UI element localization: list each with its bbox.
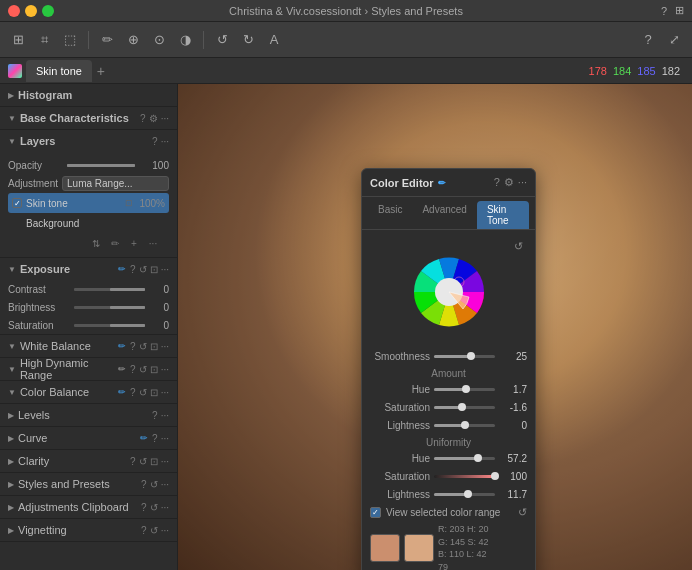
view-color-range-checkbox[interactable]: ✓ [370,507,381,518]
uni-hue-slider[interactable] [434,457,495,460]
uni-lightness-slider[interactable] [434,493,495,496]
vignetting-header[interactable]: ▶ Vignetting ? ↺ ··· [0,519,177,541]
adj-clipboard-header[interactable]: ▶ Adjustments Clipboard ? ↺ ··· [0,496,177,518]
more-icon3[interactable]: ··· [161,264,169,275]
move-icon[interactable]: ⇅ [88,235,104,251]
question-icon11[interactable]: ? [141,502,147,513]
rotate-right-icon[interactable]: ↻ [238,30,258,50]
uni-saturation-slider[interactable] [434,475,495,478]
more-layer-icon[interactable]: ··· [145,235,161,251]
fullscreen-button[interactable] [42,5,54,17]
wheel-refresh-icon[interactable]: ↺ [514,240,523,253]
tab-skin-tone-ce[interactable]: Skin Tone [477,201,529,229]
more-icon2[interactable]: ··· [161,136,169,147]
more-icon10[interactable]: ··· [161,479,169,490]
brush-layer-icon[interactable]: ✏ [107,235,123,251]
question-icon7[interactable]: ? [152,410,158,421]
more-icon12[interactable]: ··· [161,525,169,536]
select-icon[interactable]: ⬚ [60,30,80,50]
copy-icon3[interactable]: ⊡ [150,364,158,375]
smoothness-slider[interactable] [434,355,495,358]
lightness-slider[interactable] [434,424,495,427]
tab-skin-tone[interactable]: Skin tone [26,60,92,82]
add-layer-icon[interactable]: + [126,235,142,251]
exposure-header[interactable]: ▼ Exposure ✏ ? ↺ ⊡ ··· [0,258,177,280]
styles-header[interactable]: ▶ Styles and Presets ? ↺ ··· [0,473,177,495]
histogram-header[interactable]: ▶ Histogram [0,84,177,106]
brush-icon[interactable]: ✏ [97,30,117,50]
reset-icon5[interactable]: ↺ [139,456,147,467]
question-icon10[interactable]: ? [141,479,147,490]
ce-more-icon[interactable]: ··· [518,176,527,189]
gradient-icon[interactable]: ◑ [175,30,195,50]
range-refresh-icon[interactable]: ↺ [518,506,527,519]
reset-icon6[interactable]: ↺ [150,479,158,490]
adjustment-dropdown[interactable]: Luma Range... [62,176,169,191]
ce-settings-icon[interactable]: ⚙ [504,176,514,189]
levels-header[interactable]: ▶ Levels ? ··· [0,404,177,426]
saturation-slider[interactable] [74,324,145,327]
question-icon9[interactable]: ? [130,456,136,467]
minimize-button[interactable] [25,5,37,17]
rotate-left-icon[interactable]: ↺ [212,30,232,50]
question-icon5[interactable]: ? [130,364,136,375]
close-button[interactable] [8,5,20,17]
question-icon6[interactable]: ? [130,387,136,398]
reset-icon4[interactable]: ↺ [139,387,147,398]
expand-icon[interactable]: ⊞ [675,4,684,17]
hdr-header[interactable]: ▼ High Dynamic Range ✏ ? ↺ ⊡ ··· [0,358,177,380]
more-icon11[interactable]: ··· [161,502,169,513]
question-icon12[interactable]: ? [141,525,147,536]
settings-icon[interactable]: ⚙ [149,113,158,124]
saturation-slider-ce[interactable] [434,406,495,409]
reset-icon2[interactable]: ↺ [139,341,147,352]
tab-basic[interactable]: Basic [368,201,412,229]
layers-header[interactable]: ▼ Layers ? ··· [0,130,177,152]
more-icon5[interactable]: ··· [161,364,169,375]
reset-icon[interactable]: ↺ [139,264,147,275]
tab-advanced[interactable]: Advanced [412,201,476,229]
more-icon4[interactable]: ··· [161,341,169,352]
clarity-header[interactable]: ▶ Clarity ? ↺ ⊡ ··· [0,450,177,472]
brightness-slider[interactable] [74,306,145,309]
question-icon4[interactable]: ? [130,341,136,352]
copy-icon[interactable]: ⊡ [150,264,158,275]
reset-icon7[interactable]: ↺ [150,502,158,513]
more-icon6[interactable]: ··· [161,387,169,398]
tab-add-button[interactable]: + [92,62,110,80]
hue-slider[interactable] [434,388,495,391]
reset-icon3[interactable]: ↺ [139,364,147,375]
ce-help-icon[interactable]: ? [494,176,500,189]
base-char-header[interactable]: ▼ Base Characteristics ? ⚙ ··· [0,107,177,129]
question-icon[interactable]: ? [140,113,146,124]
color-balance-header[interactable]: ▼ Color Balance ✏ ? ↺ ⊡ ··· [0,381,177,403]
question-icon2[interactable]: ? [152,136,158,147]
curve-header[interactable]: ▶ Curve ✏ ? ··· [0,427,177,449]
expand-toolbar-icon[interactable]: ⤢ [664,30,684,50]
opacity-slider[interactable] [67,164,135,167]
copy-icon4[interactable]: ⊡ [150,387,158,398]
question-icon8[interactable]: ? [152,433,158,444]
color-wheel[interactable] [399,242,499,342]
more-icon7[interactable]: ··· [161,410,169,421]
more-icon[interactable]: ··· [161,113,169,124]
text-icon[interactable]: A [264,30,284,50]
layer-item-skin-tone[interactable]: ✓ Skin tone ⊡ 100% [8,193,169,213]
help-toolbar-icon[interactable]: ? [638,30,658,50]
heal-icon[interactable]: ⊕ [123,30,143,50]
swatch-2[interactable] [404,534,434,562]
crop-icon[interactable]: ⌗ [34,30,54,50]
layer-item-background[interactable]: Background [8,213,169,233]
white-balance-header[interactable]: ▼ White Balance ✏ ? ↺ ⊡ ··· [0,335,177,357]
contrast-slider[interactable] [74,288,145,291]
question-icon3[interactable]: ? [130,264,136,275]
more-icon9[interactable]: ··· [161,456,169,467]
layer-checkbox[interactable]: ✓ [12,198,22,208]
help-icon[interactable]: ? [661,5,667,17]
more-icon8[interactable]: ··· [161,433,169,444]
grid-icon[interactable]: ⊞ [8,30,28,50]
swatch-1[interactable] [370,534,400,562]
copy-icon5[interactable]: ⊡ [150,456,158,467]
clone-icon[interactable]: ⊙ [149,30,169,50]
copy-icon2[interactable]: ⊡ [150,341,158,352]
